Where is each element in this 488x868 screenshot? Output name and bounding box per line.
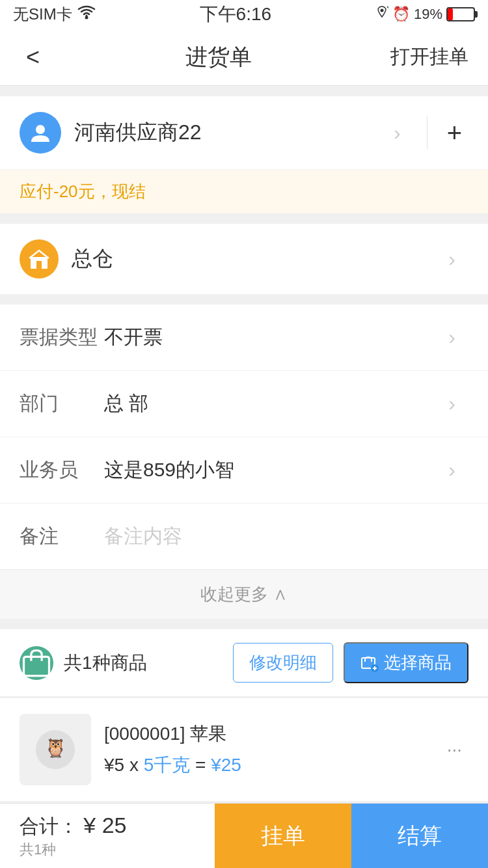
svg-point-2 (36, 125, 45, 134)
select-product-label: 选择商品 (384, 651, 452, 674)
dept-value: 总 部 (104, 390, 448, 417)
total-amount-row: 合计： ¥ 25 (20, 813, 195, 840)
status-carrier: 无SIM卡 (13, 4, 96, 25)
invoice-row[interactable]: 票据类型 不开票 › (0, 305, 488, 370)
svg-point-0 (85, 16, 88, 20)
nav-bar: < 进货单 打开挂单 (0, 29, 488, 86)
carrier-text: 无SIM卡 (13, 4, 72, 25)
dept-row[interactable]: 部门 总 部 › (0, 370, 488, 437)
sales-value: 这是859的小智 (104, 457, 448, 483)
invoice-value: 不开票 (104, 324, 448, 351)
main-content: 河南供应商22 › + 应付-20元，现结 总仓 › 票据类型 不开票 › (0, 96, 488, 868)
products-count: 共1种商品 (64, 651, 233, 675)
invoice-chevron-icon: › (448, 325, 455, 349)
dept-label: 部门 (20, 390, 104, 417)
product-info: [0000001] 苹果 ¥5 x 5千克 = ¥25 (104, 722, 441, 778)
open-hang-button[interactable]: 打开挂单 (390, 44, 468, 70)
warehouse-card: 总仓 › (0, 224, 488, 294)
svg-point-1 (380, 9, 383, 12)
select-product-button[interactable]: 选择商品 (344, 642, 468, 683)
total-amount: ¥ 25 (83, 813, 126, 837)
battery-icon (446, 7, 475, 21)
page-title: 进货单 (185, 42, 252, 72)
svg-text:🦉: 🦉 (44, 737, 67, 759)
sales-chevron-icon: › (448, 458, 455, 482)
product-thumbnail: 🦉 (20, 714, 91, 785)
total-count: 共1种 (20, 840, 195, 860)
form-card: 票据类型 不开票 › 部门 总 部 › 业务员 这是859的小智 › 备注 备注… (0, 305, 488, 619)
product-name: [0000001] 苹果 (104, 722, 441, 746)
wifi-icon (77, 5, 96, 23)
back-button[interactable]: < (20, 37, 46, 77)
supplier-name: 河南供应商22 (74, 118, 394, 147)
supplier-avatar (20, 112, 61, 154)
product-total: ¥25 (211, 755, 241, 775)
hang-button[interactable]: 挂单 (215, 804, 351, 869)
remark-row[interactable]: 备注 备注内容 (0, 503, 488, 569)
alarm-icon: ⏰ (392, 6, 410, 23)
supplier-notice: 应付-20元，现结 (0, 170, 488, 213)
total-section: 合计： ¥ 25 共1种 (0, 813, 215, 860)
product-price: ¥5 x 5千克 = ¥25 (104, 753, 441, 778)
remark-label: 备注 (20, 523, 104, 550)
status-bar: 无SIM卡 下午6:16 ⏰ 19% (0, 0, 488, 29)
products-icon (20, 646, 53, 680)
battery-percent: 19% (414, 6, 442, 23)
products-header: 共1种商品 修改明细 选择商品 (0, 629, 488, 696)
equals-sign: = (195, 755, 211, 775)
checkout-button[interactable]: 结算 (351, 804, 488, 869)
product-title: 苹果 (190, 724, 226, 744)
warehouse-name: 总仓 (72, 245, 448, 273)
dept-chevron-icon: › (448, 392, 455, 416)
unit-price: ¥5 x (104, 755, 144, 775)
invoice-label: 票据类型 (20, 324, 104, 351)
product-more-button[interactable]: ··· (441, 733, 468, 766)
warehouse-chevron-icon: › (448, 247, 455, 271)
product-item: 🦉 [0000001] 苹果 ¥5 x 5千克 = ¥25 ··· (0, 698, 488, 801)
warehouse-row[interactable]: 总仓 › (0, 224, 488, 294)
supplier-card: 河南供应商22 › + 应付-20元，现结 (0, 96, 488, 213)
status-right: ⏰ 19% (375, 5, 475, 23)
location-icon (375, 5, 388, 23)
sales-label: 业务员 (20, 457, 104, 483)
total-label: 合计： (20, 815, 78, 837)
remark-input[interactable]: 备注内容 (104, 523, 468, 550)
sales-row[interactable]: 业务员 这是859的小智 › (0, 437, 488, 503)
divider (427, 116, 427, 149)
product-qty: 5千克 (144, 755, 191, 775)
status-time: 下午6:16 (200, 2, 272, 27)
svg-rect-5 (24, 657, 49, 675)
product-code: [0000001] (104, 724, 190, 744)
supplier-chevron-icon: › (394, 121, 401, 145)
bottom-bar: 合计： ¥ 25 共1种 挂单 结算 (0, 803, 488, 868)
add-supplier-button[interactable]: + (441, 118, 468, 148)
warehouse-icon (20, 239, 59, 278)
supplier-row[interactable]: 河南供应商22 › + (0, 96, 488, 170)
svg-rect-4 (36, 261, 42, 269)
modify-detail-button[interactable]: 修改明细 (233, 643, 333, 683)
collapse-more-button[interactable]: 收起更多 ∧ (0, 569, 488, 619)
